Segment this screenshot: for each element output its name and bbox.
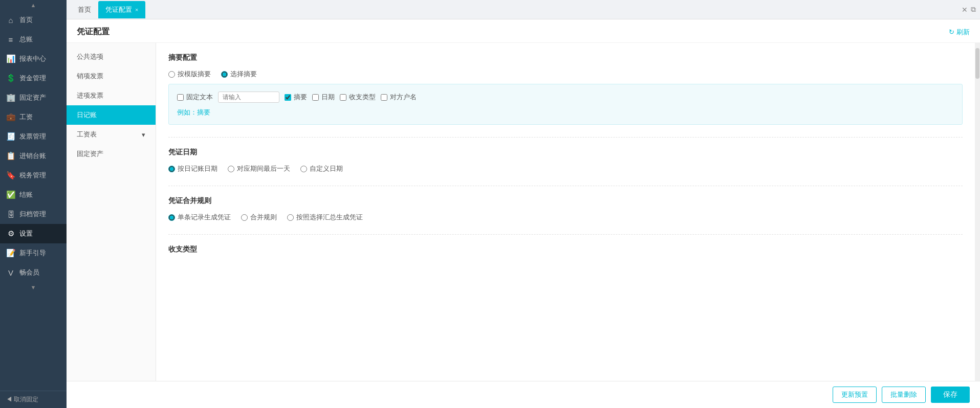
date-radio-custom[interactable]: 自定义日期 (300, 164, 343, 173)
check-counterpart[interactable]: 对方户名 (381, 93, 417, 102)
refresh-button[interactable]: ↻ 刷新 (949, 28, 970, 37)
archive-icon: 🗄 (6, 210, 15, 219)
date-radio-period-last[interactable]: 对应期间最后一天 (228, 164, 290, 173)
date-section-title: 凭证日期 (168, 148, 963, 157)
income-type-section: 收支类型 (168, 245, 963, 274)
merge-radio-single-label: 单条记录生成凭证 (178, 213, 231, 222)
check-fixed-text-label: 固定文本 (186, 93, 213, 102)
example-prefix: 例如： (177, 108, 197, 116)
merge-radio-summary[interactable]: 按照选择汇总生成凭证 (287, 213, 363, 222)
date-radio-period-last-input[interactable] (228, 166, 234, 172)
sidebar-unpin-button[interactable]: ◀ 取消固定 (0, 391, 67, 408)
batch-delete-button[interactable]: 批量删除 (882, 387, 926, 403)
sidebar-item-label: 畅会员 (19, 268, 39, 277)
check-income-type[interactable]: 收支类型 (340, 93, 376, 102)
summary-radio-template[interactable]: 按模版摘要 (168, 70, 211, 79)
left-nav-payroll[interactable]: 工资表 ▾ (67, 125, 156, 144)
tab-home[interactable]: 首页 (71, 1, 98, 18)
check-summary[interactable]: 摘要 (285, 93, 307, 102)
sidebar-item-invoice[interactable]: 🧾 发票管理 (0, 127, 67, 146)
save-button[interactable]: 保存 (931, 387, 970, 403)
home-icon: ⌂ (6, 16, 15, 25)
sidebar-scroll-down[interactable]: ▼ (0, 282, 67, 292)
merge-radio-single-input[interactable] (168, 214, 175, 221)
date-radio-custom-label: 自定义日期 (310, 164, 343, 173)
content-body: 公共选项 销项发票 进项发票 日记账 工资表 ▾ 固定资产 (67, 43, 980, 381)
sidebar-item-salary[interactable]: 💼 工资 (0, 107, 67, 127)
summary-radio-template-input[interactable] (168, 71, 175, 78)
check-summary-input[interactable] (285, 94, 291, 101)
sidebar-item-vip[interactable]: V 畅会员 (0, 263, 67, 282)
sidebar-item-label: 进销台账 (19, 151, 46, 161)
scrollbar[interactable] (975, 43, 980, 381)
merge-radio-summary-input[interactable] (287, 214, 294, 221)
summary-radio-group: 按模版摘要 选择摘要 (168, 70, 963, 79)
income-type-section-title: 收支类型 (168, 245, 963, 254)
sidebar-item-checkout[interactable]: ✅ 结账 (0, 185, 67, 205)
sidebar-scroll-up[interactable]: ▲ (0, 0, 67, 10)
date-section: 凭证日期 按日记账日期 对应期间最后一天 自定义日期 (168, 148, 963, 186)
fixed-text-input[interactable] (218, 92, 279, 103)
sidebar-item-settings[interactable]: ⚙ 设置 (0, 224, 67, 243)
sidebar-item-guide[interactable]: 📝 新手引导 (0, 243, 67, 263)
merge-radio-merge-input[interactable] (241, 214, 248, 221)
date-radio-custom-input[interactable] (300, 166, 307, 172)
refresh-icon: ↻ (949, 28, 954, 36)
reports-icon: 📊 (6, 54, 15, 63)
sidebar-item-label: 工资 (19, 112, 33, 122)
sidebar-item-label: 资金管理 (19, 74, 46, 83)
date-radio-journal-input[interactable] (168, 166, 175, 172)
page-header: 凭证配置 ↻ 刷新 (67, 19, 980, 43)
summary-example: 例如：摘要 (177, 108, 954, 117)
tab-voucher-label: 凭证配置 (105, 5, 132, 14)
nav-item-label: 进项发票 (77, 91, 103, 100)
merge-section-title: 凭证合并规则 (168, 196, 963, 206)
ledger-icon: ≡ (6, 35, 15, 44)
page-title: 凭证配置 (77, 27, 110, 37)
sidebar-item-label: 发票管理 (19, 132, 46, 141)
summary-radio-select[interactable]: 选择摘要 (221, 70, 257, 79)
check-fixed-text[interactable]: 固定文本 (177, 93, 213, 102)
merge-radio-merge[interactable]: 合并规则 (241, 213, 277, 222)
sidebar-item-archive[interactable]: 🗄 归档管理 (0, 205, 67, 224)
check-date[interactable]: 日期 (312, 93, 335, 102)
tab-close-button[interactable]: ✕ (962, 5, 968, 14)
tab-voucher-config[interactable]: 凭证配置 × (98, 1, 145, 18)
merge-radio-summary-label: 按照选择汇总生成凭证 (296, 213, 363, 222)
sidebar-item-ledger[interactable]: ≡ 总账 (0, 30, 67, 49)
sidebar-item-tax[interactable]: 🔖 税务管理 (0, 166, 67, 185)
check-income-type-label: 收支类型 (349, 93, 376, 102)
check-counterpart-input[interactable] (381, 94, 387, 101)
update-preset-button[interactable]: 更新预置 (833, 387, 877, 403)
check-date-input[interactable] (312, 94, 319, 101)
sidebar-item-reports[interactable]: 📊 报表中心 (0, 49, 67, 69)
date-radio-group: 按日记账日期 对应期间最后一天 自定义日期 (168, 164, 963, 173)
left-nav-fixed-assets[interactable]: 固定资产 (67, 144, 156, 164)
left-nav-purchase-invoice[interactable]: 进项发票 (67, 86, 156, 105)
summary-radio-select-input[interactable] (221, 71, 228, 78)
right-content: 摘要配置 按模版摘要 选择摘要 (156, 43, 975, 381)
merge-section: 凭证合并规则 单条记录生成凭证 合并规则 按照选择汇总生成凭证 (168, 196, 963, 235)
scroll-thumb[interactable] (975, 48, 979, 79)
tab-restore-button[interactable]: ⧉ (971, 5, 976, 14)
check-fixed-text-input[interactable] (177, 94, 184, 101)
check-income-type-input[interactable] (340, 94, 346, 101)
tab-close-icon[interactable]: × (135, 7, 138, 13)
merge-radio-single[interactable]: 单条记录生成凭证 (168, 213, 231, 222)
left-nav-sales-invoice[interactable]: 销项发票 (67, 66, 156, 86)
sidebar-item-funds[interactable]: 💲 资金管理 (0, 69, 67, 88)
left-nav-journal[interactable]: 日记账 (67, 105, 156, 125)
page-content: 凭证配置 ↻ 刷新 公共选项 销项发票 进项发票 日记账 (67, 19, 980, 408)
invoice-icon: 🧾 (6, 132, 15, 141)
nav-item-label: 公共选项 (77, 52, 103, 61)
sidebar: ▲ ⌂ 首页 ≡ 总账 📊 报表中心 💲 资金管理 🏢 固定资产 💼 工资 🧾 … (0, 0, 67, 408)
sidebar-item-assets[interactable]: 🏢 固定资产 (0, 88, 67, 107)
date-radio-journal[interactable]: 按日记账日期 (168, 164, 217, 173)
left-nav-public-options[interactable]: 公共选项 (67, 47, 156, 66)
sidebar-item-home[interactable]: ⌂ 首页 (0, 10, 67, 30)
main-area: 首页 凭证配置 × ✕ ⧉ 凭证配置 ↻ 刷新 公共选项 (67, 0, 980, 408)
sidebar-item-label: 固定资产 (19, 93, 46, 102)
merge-radio-group: 单条记录生成凭证 合并规则 按照选择汇总生成凭证 (168, 213, 963, 222)
sidebar-item-label: 新手引导 (19, 248, 46, 258)
sidebar-item-sales-ledger[interactable]: 📋 进销台账 (0, 146, 67, 166)
